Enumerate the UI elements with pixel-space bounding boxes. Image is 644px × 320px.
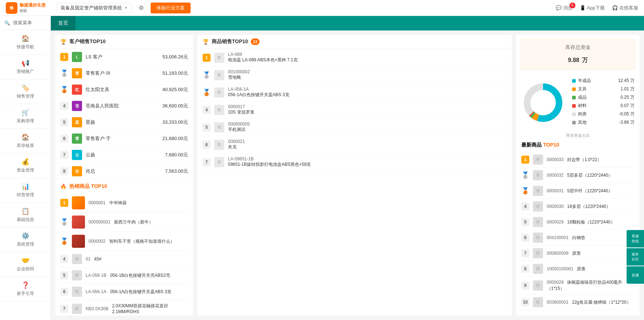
- dropdown-arrow-icon: ▼: [124, 6, 128, 10]
- customer-service-button[interactable]: 🎧 在线客服: [612, 5, 638, 11]
- customer-amount-7: 7,680.00元: [165, 152, 188, 158]
- chart-legend: 半成品 12.45 万 文具 1.01 万 成品 0.25 万 材料 0.07 …: [572, 78, 635, 128]
- rank-item-1[interactable]: 1 L LS 客户 53,006.26元: [55, 49, 193, 65]
- sidebar-item-marketing[interactable]: 📢 营销推广: [0, 55, 50, 79]
- prod-img-1: 图: [214, 53, 224, 63]
- trial-button[interactable]: 体验行业方案: [151, 3, 191, 13]
- product-ranking-badge: 22: [251, 38, 260, 45]
- latest-item-2[interactable]: 🥈 图 0000032 5层多层（1220*2440）: [521, 168, 635, 183]
- rank-item-6[interactable]: 6 零 零售客户·于 21,680.00元: [55, 131, 193, 147]
- latest-item-9[interactable]: 9 图 0000028 体碗荔核味苏打饮品400毫升（1*15）: [521, 277, 635, 295]
- latest-info-8: 10000100001 原查: [547, 266, 635, 272]
- hot-product-2[interactable]: 🥈 000500001 新西兰牛肉（新牛）: [60, 213, 188, 232]
- customer-avatar-6: 零: [72, 134, 82, 144]
- latest-info-10: 003800001 22g鱼豆腐·烧烤味（1*12*20）: [547, 299, 635, 305]
- latest-item-3[interactable]: 🥉 图 0000031 5层中纤（1220*2440）: [521, 183, 635, 199]
- sidebar-item-operations[interactable]: 📊 经营管理: [0, 178, 50, 203]
- search-menu-item[interactable]: 🔍 搜索菜单: [0, 16, 50, 30]
- collab-icon: 🤝: [21, 257, 29, 264]
- sidebar-item-system[interactable]: ⚙️ 系统管理: [0, 227, 50, 252]
- prod-rank-item-2[interactable]: 🥈 图 001000002 雪地靴: [197, 66, 512, 84]
- customer-name-4: 苍南县人民医院: [86, 103, 159, 109]
- hot-product-4[interactable]: 4 图 01 45#: [60, 251, 188, 267]
- rank-item-2[interactable]: 🥈 零 零售客户·许 51,183.00元: [55, 65, 193, 82]
- trophy-icon: 🏆: [60, 39, 66, 45]
- search-icon: 🔍: [4, 20, 10, 26]
- latest-item-1[interactable]: 1 图 0000033 封边带（1.0*22）: [521, 152, 635, 168]
- rank-item-5[interactable]: 5 星 星扬 33,333.00元: [55, 114, 193, 131]
- hot-product-6[interactable]: 6 图 LA-056-1A 056-1A白色按键开关盖ABS 3克: [60, 284, 188, 300]
- prod-rank-item-1[interactable]: 1 图 LA-089 电池盖 LA-089 ABS本色+黑种 7.1克: [197, 49, 512, 66]
- prod-rank-item-5[interactable]: 5 图 000800005 手机测试: [197, 119, 512, 136]
- latest-rank-medal-3: 🥉: [521, 187, 529, 195]
- latest-item-4[interactable]: 4 图 0000030 18多层（1220*2440）: [521, 199, 635, 214]
- sidebar-item-inventory[interactable]: 🏠 库存核算: [0, 129, 50, 153]
- chart-area: 半成品 12.45 万 文具 1.01 万 成品 0.25 万 材料 0.07 …: [516, 74, 640, 131]
- system-select[interactable]: 装备及固定资产辅助管理系统 ▼: [57, 3, 132, 13]
- latest-item-5[interactable]: 5 图 0000029 18颗粒板（1220*2440）: [521, 214, 635, 230]
- prod-rank-item-4[interactable]: 4 图 0000017 10S 变扭罗浆: [197, 101, 512, 119]
- hot-product-code-5: LA-056-1B: [86, 273, 106, 278]
- latest-img-5: 图: [533, 217, 543, 227]
- sidebar-item-guide[interactable]: ❓ 新手引导: [0, 277, 50, 301]
- customer-service-hotline-button[interactable]: 客服 热线: [627, 230, 644, 247]
- legend-dot-semifinished: [572, 79, 576, 83]
- prod-rank-item-7[interactable]: 7 图 LA-59651-1B 59651-1B旋转投影灯电池盒ABS黑色+58…: [197, 153, 512, 171]
- prod-info-1: LA-089 电池盖 LA-089 ABS本色+黑种 7.1克: [228, 52, 507, 63]
- latest-item-7[interactable]: 7 图 000800008 原查: [521, 246, 635, 261]
- customer-amount-4: 36,600.00元: [162, 103, 188, 109]
- topbar-right: 💬 消息 6 📱 App下载 🎧 在线客服: [556, 5, 638, 11]
- legend-dot-other: [572, 121, 576, 124]
- sidebar-item-sales[interactable]: 🏷️ 销售管理: [0, 79, 50, 104]
- hot-product-5[interactable]: 5 图 LA-056-1B 056-1B白色按键开关壳ABS2壳: [60, 267, 188, 284]
- marketing-icon: 📢: [21, 59, 29, 67]
- rank-num-5: 5: [60, 118, 68, 126]
- hot-product-code-3: 0000002: [89, 239, 106, 244]
- rank-item-4[interactable]: 4 苍 苍南县人民医院 36,600.00元: [55, 98, 193, 114]
- sidebar-item-quick-nav[interactable]: 🏠 快捷导航: [0, 30, 50, 55]
- app-download-button[interactable]: 📱 App下载: [580, 5, 605, 11]
- latest-item-10[interactable]: 10 图 003800001 22g鱼豆腐·烧烤味（1*12*20）: [521, 295, 635, 310]
- tab-home[interactable]: 首页: [51, 16, 76, 30]
- hot-product-code-6: LA-056-1A: [86, 289, 106, 294]
- hot-rank-medal-3: 🥉: [60, 237, 68, 245]
- customer-amount-8: 7,563.00元: [165, 168, 188, 175]
- sidebar-item-collab[interactable]: 🤝 企业协同: [0, 252, 50, 277]
- prod-img-6: 图: [214, 140, 224, 150]
- finance-icon: 💰: [21, 158, 29, 166]
- hot-product-code-7: NB2.0X30B: [86, 306, 109, 311]
- sidebar-item-finance[interactable]: 💰 资金管理: [0, 153, 50, 178]
- latest-rank-5: 5: [521, 218, 529, 226]
- prod-rank-item-3[interactable]: 🥉 图 LA-056-1A 056-1A白色按键开关盖ABS 3克: [197, 84, 512, 101]
- prod-rank-medal-3: 🥉: [203, 89, 211, 97]
- latest-rank-6: 6: [521, 234, 529, 242]
- basics-icon: 📋: [21, 207, 29, 215]
- home-icon: 🏠: [21, 34, 29, 42]
- rank-item-8[interactable]: 8 肖 肖总 7,563.00元: [55, 163, 193, 180]
- latest-info-3: 0000031 5层中纤（1220*2440）: [547, 188, 635, 194]
- rank-item-3[interactable]: 🥉 红 红太阳文具 40,925.00元: [55, 82, 193, 98]
- customer-name-3: 红太阳文具: [86, 86, 159, 93]
- customer-avatar-5: 星: [72, 117, 82, 127]
- latest-item-6[interactable]: 6 图 004100001 白钢垫: [521, 230, 635, 246]
- customer-avatar-8: 肖: [72, 166, 82, 176]
- hot-product-name-5: 056-1B白色按键开关壳ABS2壳: [110, 272, 188, 279]
- sidebar-item-purchase[interactable]: 🛒 采购管理: [0, 104, 50, 129]
- hot-product-3[interactable]: 🥉 0000002 智利车子里（规格不知道填什么）: [60, 232, 188, 251]
- hot-product-name-4: 45#: [94, 257, 188, 262]
- rank-item-7[interactable]: 7 云 云扬 7,680.00元: [55, 147, 193, 163]
- hot-product-7[interactable]: 7 图 NB2.0X30B 2.0X30MM双搓花轴搓花直径2.1MM/ROHS: [60, 300, 188, 316]
- message-icon: 💬: [556, 5, 562, 11]
- svg-point-6: [531, 91, 555, 114]
- service-community-button[interactable]: 服务 社区: [627, 248, 644, 266]
- prod-rank-item-6[interactable]: 6 图 0000021 夹克: [197, 136, 512, 153]
- live-stream-button[interactable]: 直播: [627, 266, 644, 284]
- prod-info-4: 0000017 10S 变扭罗浆: [228, 104, 507, 115]
- latest-info-5: 0000029 18颗粒板（1220*2440）: [547, 219, 635, 225]
- sidebar-item-basics[interactable]: 📋 基础信息: [0, 203, 50, 227]
- hot-product-1[interactable]: 1 0000001 中华神器: [60, 193, 188, 213]
- settings-button[interactable]: ⚙: [136, 3, 146, 13]
- latest-item-8[interactable]: 8 图 10000100001 原查: [521, 261, 635, 277]
- hot-product-img-5: 图: [72, 270, 82, 280]
- message-button[interactable]: 💬 消息 6: [556, 5, 572, 11]
